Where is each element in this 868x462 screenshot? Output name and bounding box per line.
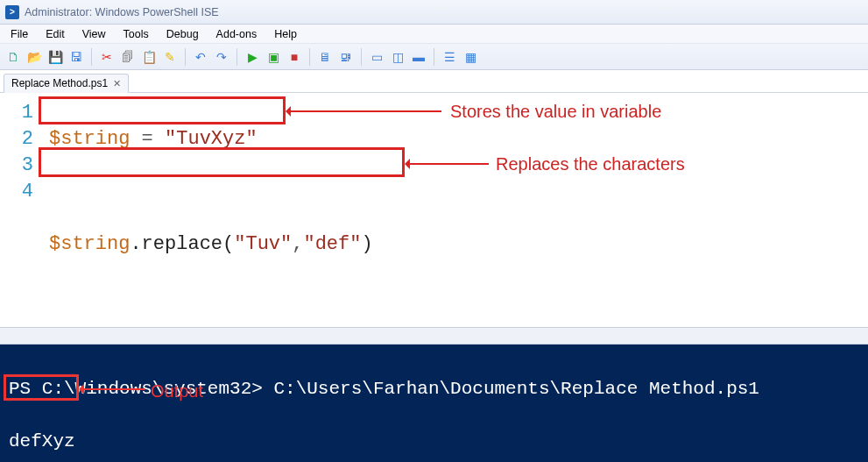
line-number: 2 xyxy=(0,126,33,153)
menu-bar: File Edit View Tools Debug Add-ons Help xyxy=(0,25,868,44)
run-button[interactable]: ▶ xyxy=(243,47,262,67)
code-area[interactable]: $string = "TuvXyz" $string.replace("Tuv"… xyxy=(42,93,868,327)
pane-splitter[interactable] xyxy=(0,327,868,345)
tab-label: Replace Method.ps1 xyxy=(11,77,108,89)
annotation-text-output: Output xyxy=(151,378,203,404)
open-file-button[interactable]: 📂 xyxy=(25,47,44,67)
line-number: 3 xyxy=(0,153,33,179)
code-line-2 xyxy=(49,179,868,205)
code-line-4 xyxy=(49,284,868,310)
paste-button[interactable]: 📋 xyxy=(139,47,159,67)
menu-view[interactable]: View xyxy=(74,26,115,42)
new-remote-button[interactable]: 🖳 xyxy=(336,47,356,67)
token-comma: , xyxy=(292,233,303,255)
toolbar: 🗋 📂 💾 🖫 ✂ 🗐 📋 ✎ ↶ ↷ ▶ ▣ ■ 🖥 🖳 ▭ ◫ ▬ ☰ ▦ xyxy=(0,44,868,70)
separator xyxy=(361,48,362,66)
separator xyxy=(236,48,237,66)
clear-button[interactable]: ✎ xyxy=(160,47,180,67)
menu-edit[interactable]: Edit xyxy=(37,26,74,42)
remote-button[interactable]: 🖥 xyxy=(315,47,335,67)
token-close-paren: ) xyxy=(361,233,372,255)
title-bar: > Administrator: Windows PowerShell ISE xyxy=(0,0,868,25)
script-tab[interactable]: Replace Method.ps1 ✕ xyxy=(4,74,129,93)
line-number-gutter: 1 2 3 4 xyxy=(0,93,42,327)
annotation-arrow-1 xyxy=(291,110,441,112)
run-selection-button[interactable]: ▣ xyxy=(264,47,283,67)
copy-button[interactable]: 🗐 xyxy=(118,47,138,67)
menu-debug[interactable]: Debug xyxy=(158,26,208,42)
token-string: "Tuv" xyxy=(234,233,292,255)
app-icon: > xyxy=(5,5,19,19)
annotation-box-line1 xyxy=(39,96,286,124)
annotation-box-line3 xyxy=(39,147,405,177)
annotation-box-output xyxy=(4,374,79,401)
save-file-button[interactable]: 💾 xyxy=(46,47,65,67)
layout-side-button[interactable]: ◫ xyxy=(388,47,407,67)
layout-script-button[interactable]: ▭ xyxy=(367,47,386,67)
command-addon-button[interactable]: ☰ xyxy=(440,47,459,67)
prompt-command: C:\Users\Farhan\Documents\Replace Method… xyxy=(263,379,759,399)
tab-close-icon[interactable]: ✕ xyxy=(113,78,121,89)
undo-button[interactable]: ↶ xyxy=(191,47,210,67)
annotation-arrow-output xyxy=(84,388,145,390)
code-editor[interactable]: 1 2 3 4 $string = "TuvXyz" $string.repla… xyxy=(0,93,868,327)
annotation-text-1: Stores the value in variable xyxy=(450,98,661,124)
show-addon-button[interactable]: ▦ xyxy=(461,47,480,67)
annotation-text-2: Replaces the characters xyxy=(496,151,685,177)
menu-tools[interactable]: Tools xyxy=(115,26,158,42)
token-method: .replace( xyxy=(130,233,234,255)
separator xyxy=(91,48,92,66)
menu-file[interactable]: File xyxy=(2,26,37,42)
annotation-arrow-2 xyxy=(410,163,489,165)
console-output: defXyz xyxy=(9,429,859,455)
line-number: 1 xyxy=(0,100,33,126)
token-variable: $string xyxy=(49,233,130,255)
new-file-button[interactable]: 🗋 xyxy=(4,47,23,67)
layout-max-button[interactable]: ▬ xyxy=(409,47,428,67)
window-title: Administrator: Windows PowerShell ISE xyxy=(25,6,219,18)
separator xyxy=(434,48,434,66)
stop-button[interactable]: ■ xyxy=(285,47,304,67)
code-line-3: $string.replace("Tuv","def") xyxy=(49,231,868,258)
menu-addons[interactable]: Add-ons xyxy=(208,26,266,42)
separator xyxy=(185,48,186,66)
token-string: "def" xyxy=(303,233,361,255)
tab-strip: Replace Method.ps1 ✕ xyxy=(0,70,868,93)
menu-help[interactable]: Help xyxy=(265,26,306,42)
save-all-button[interactable]: 🖫 xyxy=(67,47,86,67)
console-pane[interactable]: PS C:\Windows\system32> C:\Users\Farhan\… xyxy=(0,345,868,462)
separator xyxy=(309,48,310,66)
redo-button[interactable]: ↷ xyxy=(212,47,231,67)
line-number: 4 xyxy=(0,179,33,205)
cut-button[interactable]: ✂ xyxy=(97,47,116,67)
